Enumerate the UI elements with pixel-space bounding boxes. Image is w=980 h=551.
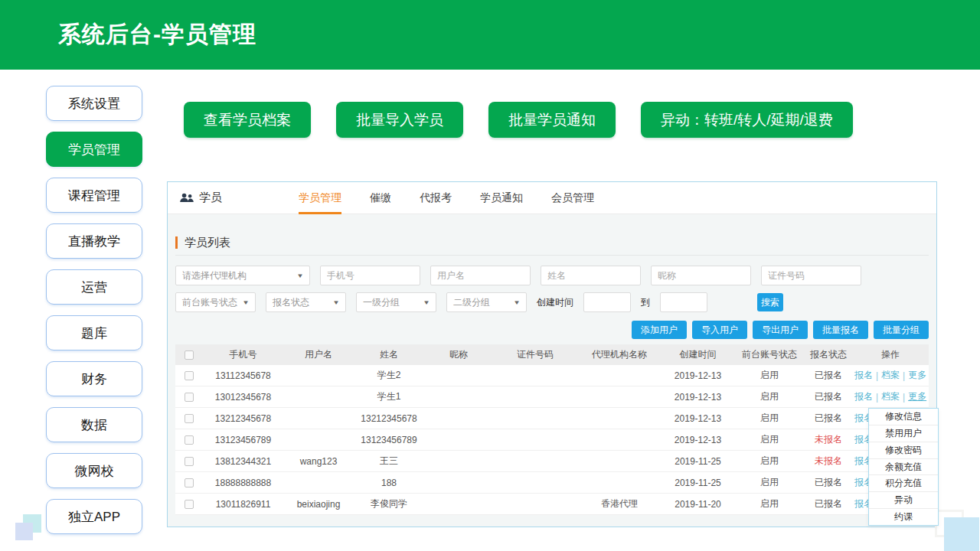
bulk-action-label: 导出用户 xyxy=(762,324,799,337)
cell-created: 2019-11-25 xyxy=(662,451,734,471)
cell-created: 2019-12-13 xyxy=(662,408,734,429)
cell-id-number xyxy=(493,408,577,429)
row-checkbox[interactable] xyxy=(185,393,194,402)
quick-action-label: 异动：转班/转人/延期/退费 xyxy=(661,110,833,130)
cell-username xyxy=(283,408,354,429)
context-menu-item[interactable]: 禁用用户 xyxy=(869,425,938,442)
table-row: 13012345678 学生1 2019-12-13 启用 已报名 报名 | 档… xyxy=(175,386,929,408)
cell-nickname xyxy=(424,408,493,429)
cell-enroll-status: 已报名 xyxy=(805,408,852,429)
filter-select[interactable]: 一级分组 ▼ xyxy=(356,292,436,312)
filter-select[interactable]: 前台账号状态 ▼ xyxy=(175,292,256,312)
quick-action-button[interactable]: 批量学员通知 xyxy=(488,102,616,138)
bulk-action-button[interactable]: 批量报名 xyxy=(813,321,868,339)
select-all-checkbox[interactable] xyxy=(185,350,194,360)
search-button[interactable]: 搜索 xyxy=(757,293,783,311)
sidebar-item[interactable]: 直播教学 xyxy=(46,223,142,259)
bulk-action-button[interactable]: 导入用户 xyxy=(692,321,747,339)
filter-input[interactable] xyxy=(541,266,641,285)
filter-input[interactable] xyxy=(320,266,420,285)
bulk-action-button[interactable]: 批量分组 xyxy=(874,321,929,339)
page-title: 系统后台-学员管理 xyxy=(58,19,256,51)
filter-row-1: 请选择代理机构 ▼ xyxy=(175,266,929,285)
decorative-square xyxy=(15,523,33,540)
sidebar-item-label: 运营 xyxy=(81,279,107,296)
row-checkbox[interactable] xyxy=(185,478,194,487)
create-time-to-input[interactable] xyxy=(660,292,707,312)
sidebar-item[interactable]: 独立APP xyxy=(46,499,142,534)
context-menu-item-label: 修改密码 xyxy=(885,444,922,457)
sidebar-item[interactable]: 课程管理 xyxy=(46,178,142,213)
filter-select[interactable]: 报名状态 ▼ xyxy=(266,292,346,312)
filter-select-value: 前台账号状态 xyxy=(182,296,237,309)
cell-account-status: 启用 xyxy=(734,408,805,429)
cell-nickname xyxy=(424,451,493,471)
table-row: 13212345678 13212345678 2019-12-13 启用 已报… xyxy=(175,408,929,429)
bulk-action-button[interactable]: 导出用户 xyxy=(753,321,808,339)
create-time-label: 创建时间 xyxy=(537,296,573,309)
filter-input[interactable] xyxy=(761,266,861,285)
context-menu-item[interactable]: 修改信息 xyxy=(869,409,938,425)
table-row: 18888888888 188 2019-11-25 启用 已报名 报名 | 档… xyxy=(175,472,929,494)
context-menu-item[interactable]: 积分充值 xyxy=(869,474,938,491)
context-menu-item[interactable]: 约课 xyxy=(869,508,938,525)
link-separator: | xyxy=(903,392,905,403)
quick-action-button[interactable]: 查看学员档案 xyxy=(184,102,311,138)
sidebar-item[interactable]: 学员管理 xyxy=(46,132,142,167)
cell-agency xyxy=(577,429,662,450)
table-body: 13112345678 学生2 2019-12-13 启用 已报名 报名 | 档… xyxy=(175,365,929,515)
panel-tab[interactable]: 会员管理 xyxy=(551,182,594,214)
cell-id-number xyxy=(493,451,577,471)
filter-input[interactable] xyxy=(430,266,531,285)
panel-tab[interactable]: 学员管理 xyxy=(299,182,341,214)
panel-tab[interactable]: 学员通知 xyxy=(480,182,523,214)
cell-name: 188 xyxy=(354,472,424,493)
more-link[interactable]: 更多 xyxy=(908,390,926,403)
row-checkbox[interactable] xyxy=(185,500,194,509)
bulk-action-label: 添加用户 xyxy=(641,324,678,337)
row-checkbox[interactable] xyxy=(185,457,194,466)
enroll-link[interactable]: 报名 xyxy=(854,369,873,382)
row-checkbox[interactable] xyxy=(185,371,194,380)
cell-username xyxy=(283,429,354,450)
create-time-from-input[interactable] xyxy=(583,292,631,312)
cell-agency xyxy=(577,451,662,471)
agency-select[interactable]: 请选择代理机构 ▼ xyxy=(175,266,310,285)
archive-link[interactable]: 档案 xyxy=(881,369,900,382)
row-checkbox-cell xyxy=(175,472,203,493)
cell-name: 李俊同学 xyxy=(354,494,424,514)
column-header: 姓名 xyxy=(354,344,424,365)
archive-link[interactable]: 档案 xyxy=(881,390,900,403)
cell-agency xyxy=(577,408,662,429)
context-menu-item[interactable]: 异动 xyxy=(869,491,938,508)
quick-action-button[interactable]: 异动：转班/转人/延期/退费 xyxy=(641,102,853,138)
context-menu-item-label: 余额充值 xyxy=(885,461,922,474)
bulk-action-label: 批量分组 xyxy=(883,324,920,337)
filter-input[interactable] xyxy=(651,266,751,285)
row-checkbox[interactable] xyxy=(185,435,194,445)
chevron-down-icon: ▼ xyxy=(242,299,250,306)
sidebar-item[interactable]: 题库 xyxy=(46,315,142,350)
panel-tab[interactable]: 代报考 xyxy=(420,182,452,214)
chevron-down-icon: ▼ xyxy=(423,299,430,306)
more-link[interactable]: 更多 xyxy=(908,369,926,382)
tab-label: 催缴 xyxy=(370,191,391,205)
panel-body: 学员列表 请选择代理机构 ▼ xyxy=(168,214,936,527)
to-label: 到 xyxy=(641,296,650,309)
quick-action-button[interactable]: 批量导入学员 xyxy=(336,102,463,138)
sidebar-item[interactable]: 数据 xyxy=(46,407,142,442)
row-checkbox[interactable] xyxy=(185,414,194,423)
context-menu-item[interactable]: 余额充值 xyxy=(869,458,938,475)
cell-enroll-status: 已报名 xyxy=(805,365,852,386)
sidebar-item[interactable]: 财务 xyxy=(46,361,142,396)
context-menu-item[interactable]: 修改密码 xyxy=(869,442,938,458)
enroll-link[interactable]: 报名 xyxy=(854,390,873,403)
sidebar-item[interactable]: 微网校 xyxy=(46,453,142,488)
panel-tab[interactable]: 催缴 xyxy=(370,182,391,214)
table-row: 13011826911 beixiaojing 李俊同学 香港代理 2019-1… xyxy=(175,494,929,515)
bulk-action-button[interactable]: 添加用户 xyxy=(632,321,687,339)
sidebar-item[interactable]: 系统设置 xyxy=(46,86,142,121)
filter-select[interactable]: 二级分组 ▼ xyxy=(446,292,527,312)
tab-label: 学员管理 xyxy=(299,191,341,205)
sidebar-item[interactable]: 运营 xyxy=(46,269,142,305)
